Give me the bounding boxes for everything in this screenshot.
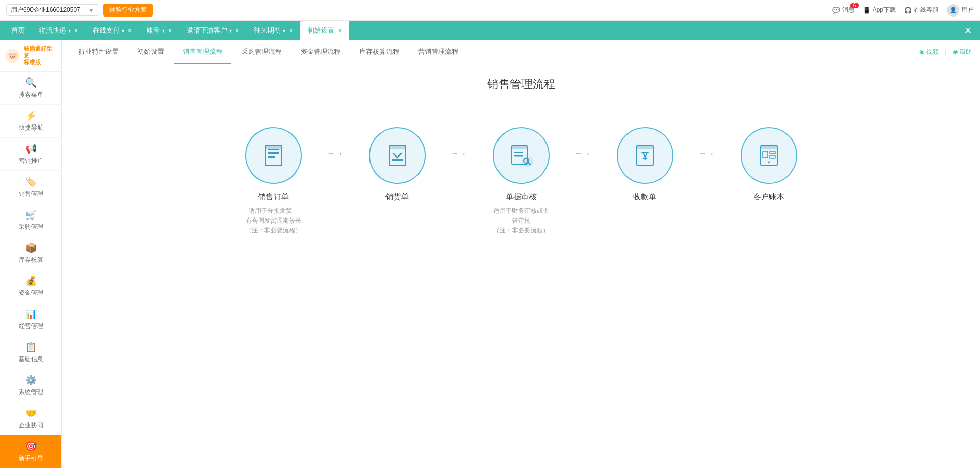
flow-step-document-review: 单据审核 适用于财务审核或主管审核（注：非必要流程） — [475, 127, 568, 236]
sales-order-icon — [260, 142, 287, 169]
receipt-order-icon: ¥ — [632, 142, 658, 169]
user-label: 用户 — [961, 6, 974, 14]
logo-text: 畅康通好生意 标准版 — [24, 45, 57, 66]
tag-icon: 🏷️ — [25, 176, 37, 188]
flow-arrow-3: --→ — [568, 127, 599, 160]
header-left: 用户690企业1660120507 ▼ 体验行业方案 — [6, 4, 153, 17]
page-content: 销售管理流程 销售订单 适用于分批发货、有合同 — [62, 64, 980, 259]
logo-icon: 🐷 — [4, 48, 21, 64]
sidebar: 🐷 畅康通好生意 标准版 🔍 搜索菜单 ⚡ 快捷导航 📢 营销推广 🏷️ 销售管… — [0, 40, 62, 468]
tab-invite-downstream[interactable]: 邀请下游客户 ▾ ✕ — [180, 21, 247, 40]
sales-order-desc: 适用于分批发货、有合同发货周期较长（注：非必要流程） — [246, 206, 301, 236]
flow-step-delivery-order: 销货单 — [351, 127, 444, 206]
avatar: 👤 — [947, 4, 959, 17]
tab-home[interactable]: 首页 — [4, 21, 32, 40]
svg-rect-4 — [268, 152, 279, 154]
svg-rect-12 — [514, 152, 523, 153]
close-icon[interactable]: ✕ — [338, 27, 342, 34]
cart-icon: 🛒 — [25, 209, 37, 221]
flow-arrow-1: --→ — [320, 127, 351, 160]
flow-diagram: 销售订单 适用于分批发货、有合同发货周期较长（注：非必要流程） --→ — [78, 117, 963, 246]
chevron-down-icon: ▼ — [88, 7, 94, 14]
close-all-tabs-button[interactable]: ✕ — [960, 25, 976, 36]
chart-icon: 📊 — [25, 308, 37, 320]
download-icon: 📱 — [863, 7, 871, 14]
receipt-order-title: 收款单 — [633, 192, 656, 202]
chevron-icon: ▾ — [283, 28, 285, 34]
flow-step-receipt-order: ¥ 收款单 — [599, 127, 692, 206]
chevron-icon: ▾ — [68, 28, 71, 34]
sidebar-item-quick-nav[interactable]: ⚡ 快捷导航 — [0, 105, 61, 138]
help-button[interactable]: ◉ 帮助 — [953, 48, 972, 56]
sidebar-logo: 🐷 畅康通好生意 标准版 — [0, 40, 61, 72]
handshake-icon: 🤝 — [25, 408, 37, 419]
flash-icon: ⚡ — [25, 110, 37, 121]
svg-rect-9 — [392, 159, 403, 161]
sub-tab-initial-settings[interactable]: 初始设置 — [129, 40, 172, 64]
sidebar-item-inventory[interactable]: 📦 库存核算 — [0, 237, 61, 270]
document-review-circle[interactable] — [493, 127, 550, 184]
sidebar-item-system[interactable]: ⚙️ 系统管理 — [0, 369, 61, 402]
nav-tabs: 首页 物流快递 ▾ ✕ 在线支付 ▾ ✕ 账号 ▾ ✕ 邀请下游客户 ▾ ✕ 往… — [0, 21, 980, 40]
sub-tab-industry-settings[interactable]: 行业特性设置 — [70, 40, 127, 64]
sidebar-item-purchase[interactable]: 🛒 采购管理 — [0, 204, 61, 237]
delivery-order-circle[interactable] — [369, 127, 426, 184]
close-icon[interactable]: ✕ — [74, 27, 78, 34]
sidebar-item-operations[interactable]: 📊 经营管理 — [0, 303, 61, 336]
document-review-icon — [508, 142, 535, 169]
close-icon[interactable]: ✕ — [288, 27, 293, 34]
tab-account[interactable]: 账号 ▾ ✕ — [139, 21, 180, 40]
sidebar-item-basic-info[interactable]: 📋 基础信息 — [0, 336, 61, 369]
online-service-label: 在线客服 — [914, 6, 939, 14]
svg-rect-5 — [268, 156, 275, 158]
app-download-button[interactable]: 📱 App下载 — [863, 6, 896, 14]
divider: | — [945, 49, 946, 56]
clipboard-icon: 📋 — [25, 341, 37, 353]
tab-logistics[interactable]: 物流快递 ▾ ✕ — [32, 21, 86, 40]
tab-period-opening[interactable]: 往来期初 ▾ ✕ — [247, 21, 300, 40]
sidebar-item-search-menu[interactable]: 🔍 搜索菜单 — [0, 72, 61, 105]
user-selector[interactable]: 用户690企业1660120507 ▼ — [6, 4, 99, 16]
sales-order-circle[interactable] — [245, 127, 302, 184]
customer-ledger-icon: ¥ — [756, 142, 782, 169]
close-icon[interactable]: ✕ — [127, 27, 132, 34]
video-help-button[interactable]: ◉ 视频 — [919, 48, 938, 56]
customer-ledger-circle[interactable]: ¥ — [741, 127, 797, 184]
sub-tab-sales-flow[interactable]: 销售管理流程 — [174, 40, 231, 64]
sidebar-item-finance[interactable]: 💰 资金管理 — [0, 270, 61, 303]
sub-tab-marketing-flow[interactable]: 营销管理流程 — [410, 40, 467, 64]
sidebar-item-enterprise-coop[interactable]: 🤝 企业协同 — [0, 402, 61, 435]
sub-tabs-right-actions: ◉ 视频 | ◉ 帮助 — [919, 48, 972, 56]
sidebar-item-newbie-guide[interactable]: 🎯 新手引导 — [0, 435, 61, 468]
flow-step-sales-order: 销售订单 适用于分批发货、有合同发货周期较长（注：非必要流程） — [227, 127, 320, 236]
messages-badge: 6 — [850, 3, 859, 8]
box-icon: 📦 — [25, 242, 37, 254]
money-icon: 💰 — [25, 275, 37, 287]
main-layout: 🐷 畅康通好生意 标准版 🔍 搜索菜单 ⚡ 快捷导航 📢 营销推广 🏷️ 销售管… — [0, 40, 980, 468]
receipt-order-circle[interactable]: ¥ — [617, 127, 673, 184]
chevron-icon: ▾ — [162, 28, 165, 34]
headset-icon: 🎧 — [904, 7, 912, 14]
flow-step-customer-ledger: ¥ 客户账本 — [722, 127, 815, 206]
sidebar-item-sales[interactable]: 🏷️ 销售管理 — [0, 171, 61, 204]
tab-initial-settings[interactable]: 初始设置 ✕ — [300, 21, 349, 40]
top-header: 用户690企业1660120507 ▼ 体验行业方案 💬 消息 6 📱 App下… — [0, 0, 980, 21]
trial-button[interactable]: 体验行业方案 — [103, 4, 153, 17]
online-service-button[interactable]: 🎧 在线客服 — [904, 6, 939, 14]
svg-rect-11 — [512, 145, 527, 149]
sidebar-item-marketing[interactable]: 📢 营销推广 — [0, 138, 61, 171]
messages-button[interactable]: 💬 消息 6 — [832, 6, 855, 14]
svg-rect-17 — [637, 145, 653, 149]
chevron-icon: ▾ — [229, 28, 232, 34]
sub-tab-inventory-flow[interactable]: 库存核算流程 — [351, 40, 408, 64]
close-icon[interactable]: ✕ — [168, 27, 172, 34]
sub-tab-finance-flow[interactable]: 资金管理流程 — [292, 40, 349, 64]
sub-tab-purchase-flow[interactable]: 采购管理流程 — [233, 40, 290, 64]
close-icon[interactable]: ✕ — [235, 27, 239, 34]
gear-icon: ⚙️ — [25, 375, 37, 386]
tab-payment[interactable]: 在线支付 ▾ ✕ — [86, 21, 139, 40]
app-download-label: App下载 — [873, 6, 896, 14]
user-selector-text: 用户690企业1660120507 — [11, 6, 81, 14]
user-profile-button[interactable]: 👤 用户 — [947, 4, 974, 17]
document-review-desc: 适用于财务审核或主管审核（注：非必要流程） — [493, 206, 549, 236]
